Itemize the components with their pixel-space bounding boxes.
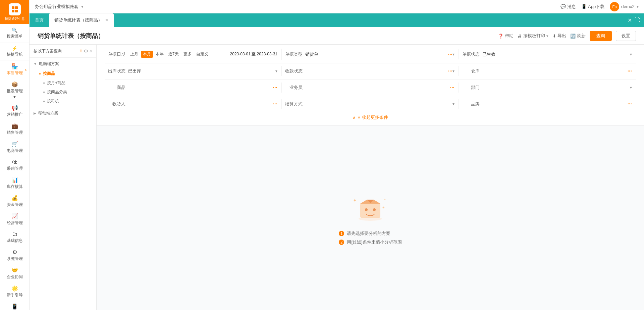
content: 销货单统计表（按商品） ❓ 帮助 🖨 按模板打印 ▾ ⬇ 导出 xyxy=(30,27,644,310)
filter-row-2: 出库状态 已出库 ▾ 收款状态 ··· ▾ xyxy=(105,63,636,76)
tab-sales-stats[interactable]: 销货单统计表（按商品） ✕ xyxy=(49,13,114,27)
goods-input[interactable] xyxy=(128,85,272,90)
brand-dots[interactable]: ··· xyxy=(628,101,632,107)
scheme-group-mobile-header[interactable]: ▶ 移动端方案 xyxy=(30,108,96,118)
sidebar-item-marketing[interactable]: 📢 营销推广 xyxy=(0,102,29,120)
avatar: Ea xyxy=(610,2,619,11)
dept-label: 部门 xyxy=(459,85,482,91)
svg-text:✦: ✦ xyxy=(384,198,386,201)
salesperson-dots[interactable]: ··· xyxy=(450,85,454,91)
scheme-panel-actions: + ⚙ « xyxy=(79,48,92,54)
payment-method-arrow[interactable]: ▾ xyxy=(452,102,454,106)
date-value-area: 上月 本月 本年 近7天 更多 自定义 2023-03-01 至 2023-03… xyxy=(128,51,277,58)
topbar: 办公用品行业模拟账套 ▾ 💬 消息 📱 App下载 Ea demo2 ▾ xyxy=(30,0,644,13)
goods-dots[interactable]: ··· xyxy=(273,85,277,91)
sidebar-item-enterprise[interactable]: 🤝 企业协同 xyxy=(0,264,29,282)
filter-cell-payment-method: 结算方式 ▾ xyxy=(282,99,459,109)
active-dot: ● xyxy=(39,72,41,75)
recipient-value-area: ··· xyxy=(128,101,277,107)
date-tab-7days[interactable]: 近7天 xyxy=(166,51,181,58)
tab-home[interactable]: 首页 xyxy=(30,13,49,27)
inventory-icon: 📊 xyxy=(11,177,18,183)
filter-cell-dept: 部门 ▾ xyxy=(459,83,636,93)
scheme-sub-category[interactable]: ≡ 按商品分类 xyxy=(30,88,96,97)
brand-label: 品牌 xyxy=(459,101,482,107)
sidebar-item-retail[interactable]: 🏪 零售管理 xyxy=(0,60,29,79)
sidebar-item-operation[interactable]: 📈 经营管理 xyxy=(0,210,29,228)
doc-status-arrow[interactable]: ▾ xyxy=(630,52,632,57)
filter-cell-goods: 商品 ··· xyxy=(105,83,282,93)
doc-type-value-area: 销货单 ··· ▾ xyxy=(305,51,454,57)
scheme-sub-driver[interactable]: ≡ 按司机 xyxy=(30,97,96,106)
messages-btn[interactable]: 💬 消息 xyxy=(560,4,576,10)
sidebar-quick-nav[interactable]: ⚡ 快捷导航 xyxy=(0,43,29,60)
doc-status-label: 单据状态 xyxy=(459,51,482,57)
workspace-arrow[interactable]: ▾ xyxy=(81,4,84,9)
scheme-sub-month-goods[interactable]: ≡ 按月+商品 xyxy=(30,79,96,88)
sidebar-item-finance[interactable]: 💰 资金管理 xyxy=(0,192,29,210)
template-print-label: 按模板打印 xyxy=(523,33,545,39)
window-close-btn[interactable]: ✕ xyxy=(628,17,632,23)
help-btn[interactable]: ❓ 帮助 xyxy=(498,33,514,39)
app-download-btn[interactable]: 📱 App下载 xyxy=(581,4,604,10)
date-tab-more[interactable]: 更多 xyxy=(181,51,194,58)
salesperson-input[interactable] xyxy=(305,85,449,90)
dept-arrow[interactable]: ▾ xyxy=(630,85,632,90)
brand-input[interactable] xyxy=(482,102,626,107)
tab-close-btn[interactable]: ✕ xyxy=(105,18,108,22)
recipient-dots[interactable]: ··· xyxy=(273,101,277,107)
sidebar-item-purchase[interactable]: 🛍 采购管理 xyxy=(0,156,29,174)
refresh-btn[interactable]: 🔄 刷新 xyxy=(570,33,586,39)
sidebar-item-wholesale-label: 批发管理 xyxy=(7,88,23,94)
payment-status-dots[interactable]: ··· xyxy=(448,68,452,74)
filter-cell-date: 单据日期 上月 本月 本年 近7天 更多 自定义 20 xyxy=(105,49,282,60)
data-area: ✦ ✦ ✦ 1 请先选择要分析的方案 2 用[过滤]条件来缩小分析范围 xyxy=(97,125,644,310)
date-tab-custom[interactable]: 自定义 xyxy=(194,51,210,58)
warehouse-dots[interactable]: ··· xyxy=(628,68,632,74)
export-label: 导出 xyxy=(557,33,566,39)
out-status-arrow[interactable]: ▾ xyxy=(275,69,277,73)
window-expand-btn[interactable]: ⛶ xyxy=(635,17,640,23)
query-btn[interactable]: 查询 xyxy=(590,31,612,41)
sidebar-item-marketing-label: 营销推广 xyxy=(7,112,23,117)
warehouse-input[interactable] xyxy=(482,69,626,74)
scheme-item-by-goods[interactable]: ● 按商品 xyxy=(30,69,96,79)
sidebar-item-guide[interactable]: 🌟 新手引导 xyxy=(0,282,29,301)
payment-status-arrow[interactable]: ▾ xyxy=(452,69,454,73)
date-tab-last-month[interactable]: 上月 xyxy=(128,51,140,58)
settings-btn[interactable]: 设置 xyxy=(616,31,636,41)
sidebar-item-retail-label: 零售管理 xyxy=(7,70,23,76)
sidebar-item-wholesale[interactable]: 📦 批发管理 xyxy=(0,79,29,102)
svg-point-6 xyxy=(365,208,368,211)
recipient-input[interactable] xyxy=(128,102,272,107)
group-pc-label: 电脑端方案 xyxy=(39,61,59,67)
doc-type-dots[interactable]: ··· xyxy=(448,51,452,57)
scheme-sub-month-goods-label: 按月+商品 xyxy=(47,80,65,86)
user-area[interactable]: Ea demo2 ▾ xyxy=(610,2,639,11)
sidebar-item-ecommerce[interactable]: 🛒 电商管理 xyxy=(0,138,29,156)
scheme-config-btn[interactable]: ⚙ xyxy=(84,48,88,54)
scheme-group-pc-header[interactable]: ▼ 电脑端方案 xyxy=(30,59,96,69)
date-tab-this-year[interactable]: 本年 xyxy=(154,51,166,58)
sidebar-item-inventory[interactable]: 📊 库存核算 xyxy=(0,174,29,192)
scheme-collapse-btn[interactable]: « xyxy=(90,48,92,54)
sidebar-item-apps[interactable]: 📱 应用中心 xyxy=(0,301,29,310)
dept-input[interactable] xyxy=(482,85,630,90)
payment-method-label: 结算方式 xyxy=(282,101,305,107)
payment-status-input[interactable] xyxy=(305,69,447,74)
sidebar-quick-nav-label: 快捷导航 xyxy=(0,52,29,57)
sidebar-item-basic[interactable]: 🗂 基础信息 xyxy=(0,228,29,246)
doc-type-arrow[interactable]: ▾ xyxy=(452,52,454,57)
date-tab-this-month[interactable]: 本月 xyxy=(141,51,153,58)
filter-cell-brand: 品牌 ··· xyxy=(459,99,636,109)
collapse-btn[interactable]: ∧ ∧ 收起更多条件 xyxy=(105,112,636,122)
sidebar-search-menu[interactable]: 🔍 畅捷通好生意 搜索菜单 xyxy=(0,24,29,43)
sidebar-item-system[interactable]: ⚙ 系统管理 xyxy=(0,246,29,264)
scheme-add-btn[interactable]: + xyxy=(79,48,83,54)
payment-method-input[interactable] xyxy=(305,102,452,107)
filter-row-1: 单据日期 上月 本月 本年 近7天 更多 自定义 20 xyxy=(105,49,636,60)
filter-cell-salesperson: 业务员 ··· xyxy=(282,83,459,93)
template-print-btn[interactable]: 🖨 按模板打印 ▾ xyxy=(518,33,548,39)
sidebar-item-sales[interactable]: 💼 销售管理 xyxy=(0,120,29,138)
export-btn[interactable]: ⬇ 导出 xyxy=(552,33,566,39)
